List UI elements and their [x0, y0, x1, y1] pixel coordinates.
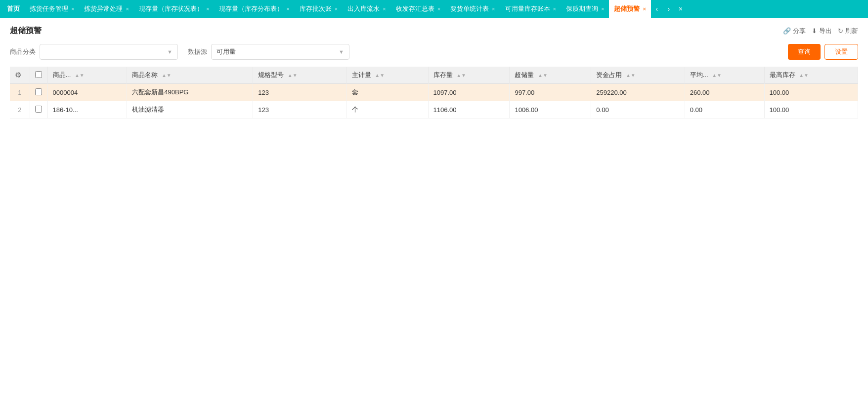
- close-icon[interactable]: ×: [601, 6, 604, 12]
- select-all-checkbox[interactable]: [35, 71, 42, 78]
- cell-product-code: 186-10...: [47, 101, 127, 118]
- sort-icon: ▲▼: [375, 73, 385, 78]
- cell-avg: 260.00: [685, 84, 764, 101]
- close-icon[interactable]: ×: [71, 6, 74, 12]
- cell-capital: 259220.00: [591, 84, 685, 101]
- sort-icon: ▲▼: [712, 73, 722, 78]
- close-icon[interactable]: ×: [643, 6, 646, 12]
- sort-icon: ▲▼: [162, 73, 172, 78]
- cell-unit: 个: [347, 101, 428, 118]
- nav-item-batch-account[interactable]: 库存批次账 ×: [295, 0, 343, 18]
- col-spec[interactable]: 规格型号 ▲▼: [253, 67, 347, 84]
- cell-capital: 0.00: [591, 101, 685, 118]
- cell-product-name: 机油滤清器: [127, 101, 253, 118]
- col-product-name[interactable]: 商品名称 ▲▼: [127, 67, 253, 84]
- nav-item-abnormal[interactable]: 拣货异常处理 ×: [79, 0, 133, 18]
- export-button[interactable]: ⬇ 导出: [812, 27, 832, 36]
- table-body: 1 0000004 六配套新昌490BPG 123 套 1097.00 997.…: [10, 84, 858, 118]
- data-table: ⚙ 商品... ▲▼ 商品名称 ▲▼ 规格型号 ▲▼ 主计: [10, 67, 858, 118]
- cell-product-code: 0000004: [47, 84, 127, 101]
- top-nav: 首页 拣货任务管理 × 拣货异常处理 × 现存量（库存状况表） × 现存量（库存…: [0, 0, 868, 18]
- nav-arrow-left[interactable]: ‹: [651, 0, 663, 18]
- table-header: ⚙ 商品... ▲▼ 商品名称 ▲▼ 规格型号 ▲▼ 主计: [10, 67, 858, 84]
- col-checkbox: [30, 67, 47, 84]
- table-row: 2 186-10... 机油滤清器 123 个 1106.00 1006.00 …: [10, 101, 858, 118]
- datasource-value: 可用量: [217, 47, 236, 56]
- close-icon[interactable]: ×: [553, 6, 556, 12]
- row-checkbox-cell: [30, 84, 47, 101]
- row-num: 1: [10, 84, 30, 101]
- close-icon[interactable]: ×: [335, 6, 338, 12]
- cell-avg: 0.00: [685, 101, 764, 118]
- nav-item-available-account[interactable]: 可用量库存账本 ×: [500, 0, 561, 18]
- sort-icon: ▲▼: [626, 73, 636, 78]
- gear-icon[interactable]: ⚙: [15, 71, 21, 79]
- col-max-stock[interactable]: 最高库存 ▲▼: [764, 67, 858, 84]
- row-checkbox[interactable]: [35, 88, 42, 95]
- filter-buttons: 查询 设置: [788, 44, 858, 60]
- close-icon[interactable]: ×: [126, 6, 129, 12]
- cell-max-stock: 100.00: [764, 101, 858, 118]
- col-settings: ⚙: [10, 67, 30, 84]
- cell-spec: 123: [253, 101, 347, 118]
- refresh-button[interactable]: ↻ 刷新: [838, 27, 858, 36]
- filter-row: 商品分类 ▼ 数据源 可用量 ▼ 查询 设置: [10, 44, 858, 60]
- col-overstock[interactable]: 超储量 ▲▼: [510, 67, 591, 84]
- cell-spec: 123: [253, 84, 347, 101]
- nav-item-stock-dist[interactable]: 现存量（库存分布表） ×: [214, 0, 294, 18]
- col-stock[interactable]: 库存量 ▲▼: [428, 67, 510, 84]
- nav-item-overstock-warn[interactable]: 超储预警 ×: [609, 0, 651, 18]
- sort-icon: ▲▼: [799, 73, 809, 78]
- nav-item-order-stat[interactable]: 要货单统计表 ×: [445, 0, 500, 18]
- row-checkbox[interactable]: [35, 106, 42, 113]
- chevron-down-icon: ▼: [167, 49, 173, 55]
- nav-item-task-mgmt[interactable]: 拣货任务管理 ×: [25, 0, 79, 18]
- nav-item-quality-check[interactable]: 保质期查询 ×: [561, 0, 609, 18]
- close-icon[interactable]: ×: [437, 6, 440, 12]
- col-product-code[interactable]: 商品... ▲▼: [47, 67, 127, 84]
- refresh-icon: ↻: [838, 27, 843, 35]
- chevron-down-icon: ▼: [339, 49, 344, 55]
- query-button[interactable]: 查询: [788, 44, 821, 60]
- settings-button[interactable]: 设置: [825, 44, 858, 60]
- table-row: 1 0000004 六配套新昌490BPG 123 套 1097.00 997.…: [10, 84, 858, 101]
- category-filter: 商品分类 ▼: [10, 44, 178, 60]
- nav-arrow-right[interactable]: ›: [663, 0, 675, 18]
- page-title: 超储预警: [10, 26, 42, 36]
- cell-overstock: 997.00: [510, 84, 591, 101]
- col-unit[interactable]: 主计量 ▲▼: [347, 67, 428, 84]
- cell-stock: 1106.00: [428, 101, 510, 118]
- sort-icon: ▲▼: [538, 73, 548, 78]
- nav-item-stock-status[interactable]: 现存量（库存状况表） ×: [134, 0, 214, 18]
- close-icon[interactable]: ×: [206, 6, 209, 12]
- cell-overstock: 1006.00: [510, 101, 591, 118]
- row-checkbox-cell: [30, 101, 47, 118]
- header-actions: 🔗 分享 ⬇ 导出 ↻ 刷新: [783, 27, 858, 36]
- share-button[interactable]: 🔗 分享: [783, 27, 806, 36]
- page-content: 超储预警 🔗 分享 ⬇ 导出 ↻ 刷新 商品分类 ▼ 数据源: [0, 18, 868, 395]
- datasource-filter: 数据源 可用量 ▼: [188, 44, 349, 60]
- nav-item-in-out-flow[interactable]: 出入库流水 ×: [343, 0, 391, 18]
- close-icon[interactable]: ×: [383, 6, 386, 12]
- share-icon: 🔗: [783, 27, 791, 35]
- close-icon[interactable]: ×: [492, 6, 495, 12]
- row-num: 2: [10, 101, 30, 118]
- col-avg[interactable]: 平均... ▲▼: [685, 67, 764, 84]
- page-header: 超储预警 🔗 分享 ⬇ 导出 ↻ 刷新: [10, 26, 858, 36]
- cell-max-stock: 100.00: [764, 84, 858, 101]
- cell-unit: 套: [347, 84, 428, 101]
- nav-item-home[interactable]: 首页: [2, 0, 25, 18]
- sort-icon: ▲▼: [75, 73, 85, 78]
- sort-icon: ▲▼: [288, 73, 298, 78]
- category-select[interactable]: ▼: [40, 44, 178, 60]
- nav-arrow-close[interactable]: ×: [675, 0, 687, 18]
- export-icon: ⬇: [812, 27, 817, 35]
- sort-icon: ▲▼: [456, 73, 466, 78]
- col-capital[interactable]: 资金占用 ▲▼: [591, 67, 685, 84]
- cell-product-name: 六配套新昌490BPG: [127, 84, 253, 101]
- close-icon[interactable]: ×: [286, 6, 289, 12]
- datasource-label: 数据源: [188, 47, 207, 56]
- header-row: ⚙ 商品... ▲▼ 商品名称 ▲▼ 规格型号 ▲▼ 主计: [10, 67, 858, 84]
- nav-item-collect-total[interactable]: 收发存汇总表 ×: [391, 0, 445, 18]
- datasource-select[interactable]: 可用量 ▼: [211, 44, 349, 60]
